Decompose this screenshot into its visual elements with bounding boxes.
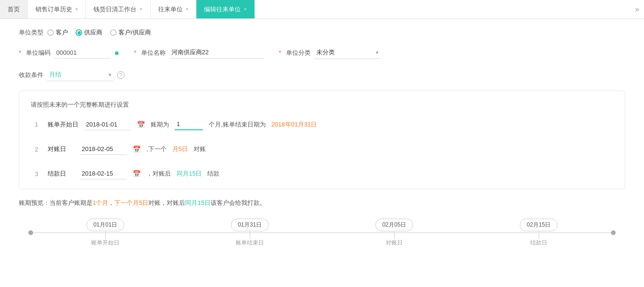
main-content: 单位类型 客户 供应商 客户/供应商 * 单位编码 bbox=[0, 19, 644, 287]
timeline-connector-1 bbox=[105, 231, 106, 239]
step-2-num: 2 bbox=[31, 146, 38, 153]
timeline-pill-2: 01月31日 bbox=[231, 219, 269, 231]
step-3-label: 结款日 bbox=[48, 169, 74, 178]
unit-name-label: 单位名称 bbox=[141, 49, 166, 57]
unit-code-label: 单位编码 bbox=[26, 49, 51, 57]
payment-suffix: 结款 bbox=[207, 169, 220, 178]
tab-edit-close[interactable]: × bbox=[244, 7, 246, 12]
payment-terms-arrow: ▾ bbox=[109, 72, 111, 78]
unit-code-input[interactable] bbox=[54, 47, 111, 59]
settings-row-1: 1 账单开始日 📅 账期为 个月,账单结束日期为 2018年01月31日 bbox=[31, 118, 613, 130]
radio-supplier-circle bbox=[76, 29, 82, 36]
settings-row-2: 2 对账日 📅 ,下一个 月5日 对账 bbox=[31, 144, 613, 155]
timeline-inner: 01月01日 账单开始日 01月31日 账单结束日 02月05日 bbox=[33, 219, 611, 247]
timeline-pill-4: 02月15日 bbox=[520, 219, 558, 231]
start-date-input[interactable] bbox=[84, 119, 131, 130]
unit-category-dropdown[interactable]: 未分类 ▾ bbox=[314, 46, 381, 59]
unit-type-row: 单位类型 客户 供应商 客户/供应商 bbox=[19, 28, 625, 37]
name-required-star: * bbox=[134, 49, 136, 56]
tab-home[interactable]: 首页 bbox=[0, 0, 28, 18]
unit-name-input[interactable] bbox=[169, 47, 264, 59]
timeline-label-4: 结款日 bbox=[530, 239, 547, 247]
radio-both[interactable]: 客户/供应商 bbox=[110, 28, 151, 37]
timeline-node-1: 01月01日 账单开始日 bbox=[33, 219, 178, 247]
settings-box-title: 请按照未来的一个完整帐期进行设置 bbox=[31, 101, 613, 109]
timeline-connector-4 bbox=[539, 231, 539, 239]
payment-terms-row: 收款条件 月结 ▾ ? bbox=[19, 68, 625, 81]
preview-part3: 同月15日 bbox=[185, 199, 210, 206]
code-copy-icon[interactable]: ■ bbox=[115, 49, 119, 57]
category-required-star: * bbox=[279, 49, 281, 56]
tab-edit-partner[interactable]: 编辑往来单位 × bbox=[196, 0, 254, 18]
tab-more-button[interactable]: » bbox=[630, 0, 644, 18]
period-unit-text: 个月,账单结束日期为 bbox=[209, 120, 266, 129]
timeline-end-dot bbox=[611, 230, 616, 235]
tab-partner-close[interactable]: × bbox=[186, 7, 188, 12]
tab-home-label: 首页 bbox=[8, 5, 20, 14]
step-3-num: 3 bbox=[31, 170, 38, 177]
step-2-label: 对账日 bbox=[48, 145, 74, 153]
code-name-row: * 单位编码 ■ * 单位名称 * 单位分类 未分类 ▾ bbox=[19, 46, 625, 59]
radio-supplier-label: 供应商 bbox=[84, 28, 102, 37]
period-input[interactable] bbox=[175, 118, 203, 130]
timeline-node-2: 01月31日 账单结束日 bbox=[178, 219, 322, 247]
unit-category-field: * 单位分类 未分类 ▾ bbox=[279, 46, 381, 59]
payment-terms-label: 收款条件 bbox=[19, 71, 43, 79]
payment-terms-value: 月结 bbox=[49, 70, 107, 79]
timeline-node-3: 02月05日 对账日 bbox=[322, 219, 466, 247]
timeline-label-1: 账单开始日 bbox=[91, 239, 119, 247]
preview-text: 账期预览：当前客户账期是1个月，下一个月5日对账，对账后同月15日该客户会给我打… bbox=[19, 199, 625, 207]
tab-sales-history[interactable]: 销售订单历史 × bbox=[28, 0, 86, 18]
tab-sales-label: 销售订单历史 bbox=[35, 5, 72, 14]
unit-type-field: 单位类型 客户 供应商 客户/供应商 bbox=[19, 28, 151, 37]
payment-highlight: 同月15日 bbox=[177, 169, 202, 178]
timeline-pill-1: 01月01日 bbox=[86, 219, 125, 231]
step-1-label: 账单开始日 bbox=[48, 120, 78, 129]
radio-supplier[interactable]: 供应商 bbox=[76, 28, 102, 37]
tab-more-icon: » bbox=[635, 5, 639, 14]
unit-category-value: 未分类 bbox=[316, 48, 374, 57]
reconcile-date-cal-icon[interactable]: 📅 bbox=[133, 145, 141, 153]
settings-row-3: 3 结款日 📅 ，对账后 同月15日 结款 bbox=[31, 168, 613, 179]
reconcile-highlight: 月5日 bbox=[172, 145, 188, 153]
preview-suffix: 该客户会给我打款。 bbox=[211, 199, 266, 206]
radio-both-circle bbox=[110, 29, 117, 36]
unit-name-field: * 单位名称 bbox=[134, 47, 264, 59]
radio-customer[interactable]: 客户 bbox=[47, 28, 68, 37]
reconcile-prefix: ,下一个 bbox=[146, 145, 167, 153]
tab-bar: 首页 销售订单历史 × 钱货日清工作台 × 往来单位 × 编辑往来单位 × » bbox=[0, 0, 644, 19]
tab-cash-flow[interactable]: 钱货日清工作台 × bbox=[86, 0, 150, 18]
tab-cash-close[interactable]: × bbox=[139, 7, 142, 12]
unit-type-radio-group: 客户 供应商 客户/供应商 bbox=[47, 28, 151, 37]
help-icon[interactable]: ? bbox=[117, 71, 125, 79]
unit-category-label: 单位分类 bbox=[286, 49, 311, 57]
tab-partner-units[interactable]: 往来单位 × bbox=[151, 0, 196, 18]
reconcile-date-input[interactable] bbox=[80, 144, 127, 155]
payment-terms-field: 收款条件 月结 ▾ ? bbox=[19, 68, 125, 81]
period-prefix: 账期为 bbox=[151, 120, 169, 129]
category-dropdown-arrow: ▾ bbox=[376, 50, 379, 56]
tab-sales-close[interactable]: × bbox=[75, 7, 78, 12]
preview-part1: 1个月 bbox=[93, 199, 108, 206]
timeline-label-2: 账单结束日 bbox=[236, 239, 264, 247]
unit-code-field: * 单位编码 ■ bbox=[19, 47, 119, 59]
timeline-pill-3: 02月05日 bbox=[375, 219, 414, 231]
payment-terms-dropdown[interactable]: 月结 ▾ bbox=[47, 68, 113, 81]
timeline: 01月01日 账单开始日 01月31日 账单结束日 02月05日 bbox=[19, 219, 625, 247]
period-end-date: 2018年01月31日 bbox=[271, 120, 317, 129]
radio-both-label: 客户/供应商 bbox=[119, 28, 151, 37]
preview-section: 账期预览：当前客户账期是1个月，下一个月5日对账，对账后同月15日该客户会给我打… bbox=[19, 199, 625, 247]
start-date-cal-icon[interactable]: 📅 bbox=[137, 121, 145, 128]
preview-between2: 对账，对账后 bbox=[148, 199, 185, 206]
payment-date-cal-icon[interactable]: 📅 bbox=[133, 170, 141, 177]
payment-date-input[interactable] bbox=[80, 168, 127, 179]
timeline-connector-3 bbox=[394, 231, 395, 239]
timeline-node-4: 02月15日 结款日 bbox=[466, 219, 611, 247]
tab-cash-label: 钱货日清工作台 bbox=[93, 5, 136, 14]
preview-prefix: 账期预览：当前客户账期是 bbox=[19, 199, 93, 206]
payment-prefix: ，对账后 bbox=[146, 169, 171, 178]
reconcile-suffix: 对账 bbox=[194, 145, 206, 153]
radio-customer-circle bbox=[47, 29, 54, 36]
preview-part2: 下一个月5日 bbox=[114, 199, 148, 206]
tab-edit-label: 编辑往来单位 bbox=[204, 5, 241, 14]
